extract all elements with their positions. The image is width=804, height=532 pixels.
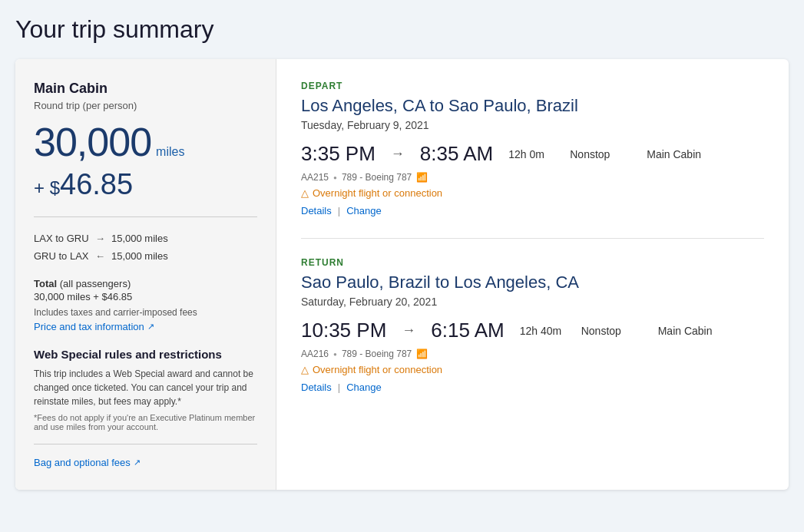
bag-external-icon: ↗ [134,458,141,468]
cabin-label: Main Cabin [34,81,257,97]
miles-label: miles [156,145,184,159]
return-stop: Nonstop [581,325,643,337]
depart-aircraft: 789 - Boeing 787 [342,172,412,183]
return-warning-icon: △ [301,364,309,375]
total-value: 30,000 miles + $46.85 [34,291,257,302]
route-outbound-miles: 15,000 miles [111,230,168,247]
miles-number: 30,000 [34,119,151,165]
depart-cabin: Main Cabin [647,148,701,160]
external-link-icon: ↗ [147,322,154,332]
return-departure-time: 10:35 PM [301,319,386,342]
web-special-footnote: *Fees do not apply if you're an Executiv… [34,413,257,431]
depart-times-row: 3:35 PM → 8:35 AM 12h 0m Nonstop Main Ca… [301,142,764,166]
return-info-row: AA216 ● 789 - Boeing 787 📶 [301,349,764,359]
route-outbound-label: LAX to GRU [34,230,89,247]
routes-summary: LAX to GRU → 15,000 miles GRU to LAX ← 1… [34,230,257,266]
return-arrow-icon: → [402,322,415,339]
return-sep: | [338,382,340,393]
return-dot: ● [333,351,337,358]
depart-arrow-icon: → [391,146,405,162]
return-cabin: Main Cabin [658,325,713,337]
return-details-link[interactable]: Details [301,382,332,393]
sidebar-divider-2 [34,444,257,444]
route-return-label: GRU to LAX [34,247,89,265]
return-flight-number: AA216 [301,349,329,359]
return-tag: RETURN [301,257,764,268]
depart-duration: 12h 0m [508,148,554,160]
return-overnight-warning: △ Overnight flight or connection [301,364,764,375]
depart-info-row: AA215 ● 789 - Boeing 787 📶 [301,172,764,183]
depart-dot: ● [333,174,337,181]
depart-flight-number: AA215 [301,172,329,183]
web-special-section: Web Special rules and restrictions This … [34,348,257,431]
depart-tag: DEPART [301,81,764,91]
return-duration: 12h 40m [520,325,566,337]
return-aircraft: 789 - Boeing 787 [342,349,412,359]
return-arrival-time: 6:15 AM [431,319,504,342]
roundtrip-label: Round trip (per person) [34,100,257,111]
price-tax-link[interactable]: Price and tax information ↗ [34,321,257,332]
page-title: Your trip summary [15,15,789,44]
route-return-miles: 15,000 miles [111,247,168,265]
tax-note: Includes taxes and carrier-imposed fees [34,307,257,318]
main-content: DEPART Los Angeles, CA to Sao Paulo, Bra… [276,59,789,490]
trip-summary-card: Main Cabin Round trip (per person) 30,00… [15,59,789,490]
return-route-title: Sao Paulo, Brazil to Los Angeles, CA [301,273,764,292]
depart-overnight-warning: △ Overnight flight or connection [301,187,764,199]
depart-wifi-icon: 📶 [416,172,428,183]
fee-prefix: + $ [34,177,60,198]
web-special-text: This trip includes a Web Special award a… [34,367,257,408]
miles-display: 30,000 miles [34,119,257,165]
depart-departure-time: 3:35 PM [301,142,376,166]
route-outbound-arrow: → [95,230,105,247]
route-row-return: GRU to LAX ← 15,000 miles [34,247,257,265]
bag-fees-link[interactable]: Bag and optional fees ↗ [34,457,257,468]
return-change-link[interactable]: Change [346,382,382,393]
depart-arrival-time: 8:35 AM [420,142,493,166]
depart-details-link[interactable]: Details [301,205,332,216]
route-row-outbound: LAX to GRU → 15,000 miles [34,230,257,247]
return-times-row: 10:35 PM → 6:15 AM 12h 40m Nonstop Main … [301,319,764,342]
depart-stop: Nonstop [570,148,631,160]
return-action-links: Details | Change [301,382,764,393]
depart-change-link[interactable]: Change [346,205,382,216]
fee-display: + $46.85 [34,168,257,201]
total-label: Total (all passengers) [34,278,257,289]
return-date: Saturday, February 20, 2021 [301,296,764,308]
sidebar: Main Cabin Round trip (per person) 30,00… [15,59,276,490]
depart-warning-icon: △ [301,187,309,199]
depart-route-title: Los Angeles, CA to Sao Paulo, Brazil [301,96,764,116]
depart-action-links: Details | Change [301,205,764,216]
flights-divider [301,238,764,239]
depart-date: Tuesday, February 9, 2021 [301,119,764,131]
return-wifi-icon: 📶 [416,349,428,359]
return-section: RETURN Sao Paulo, Brazil to Los Angeles,… [301,257,764,393]
depart-section: DEPART Los Angeles, CA to Sao Paulo, Bra… [301,81,764,216]
route-return-arrow: ← [95,247,105,265]
fee-amount: 46.85 [60,168,133,200]
sidebar-divider-1 [34,216,257,217]
web-special-title: Web Special rules and restrictions [34,348,257,361]
depart-sep: | [338,205,340,216]
